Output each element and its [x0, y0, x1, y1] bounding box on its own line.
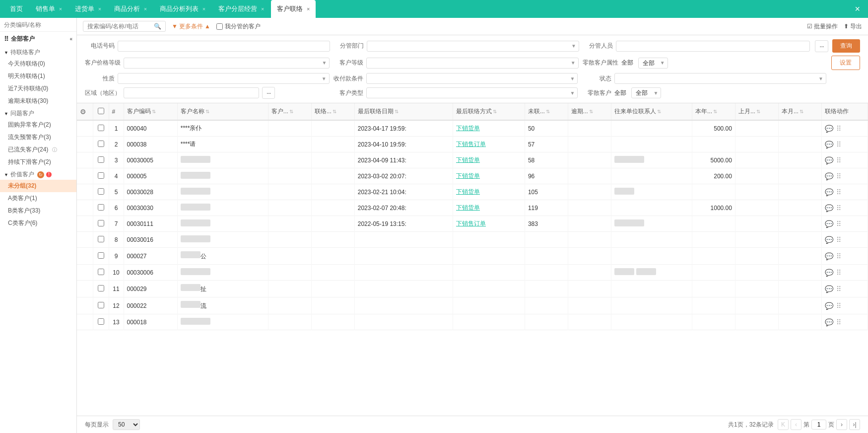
nav-product-analysis[interactable]: 商品分析 × [108, 0, 153, 18]
sidebar-item-lost[interactable]: 已流失客户(24) ⓘ [0, 144, 76, 156]
chat-action-icon[interactable]: 💬 [825, 141, 833, 148]
last-method-link[interactable]: 下销货单 [456, 125, 480, 132]
value-group-header[interactable]: ▼ 价值客户 ↻ ! [0, 168, 76, 180]
chat-action-icon[interactable]: 💬 [825, 302, 833, 310]
chat-action-icon[interactable]: 💬 [825, 172, 833, 180]
nav-sales[interactable]: 销售单 × [30, 0, 68, 18]
more-action-icon[interactable]: ⠿ [836, 302, 841, 310]
row-checkbox[interactable] [98, 125, 104, 131]
more-action-icon[interactable]: ⠿ [836, 236, 841, 244]
row-checkbox[interactable] [98, 285, 104, 291]
row-checkbox[interactable] [98, 318, 104, 325]
row-checkbox[interactable] [98, 172, 104, 179]
first-page-btn[interactable]: K [778, 419, 789, 430]
window-close-btn[interactable]: × [851, 4, 864, 14]
chat-action-icon[interactable]: 💬 [825, 204, 833, 212]
last-method-link[interactable]: 下销货单 [456, 204, 480, 211]
table-gear-icon[interactable]: ⚙ [80, 108, 86, 116]
last-method-link[interactable]: 下销售订单 [456, 141, 486, 147]
sidebar-item-class-a[interactable]: A类客户(1) [0, 192, 76, 205]
filter-dept-select[interactable] [367, 41, 579, 52]
this-month-sort-icon[interactable]: ⇅ [800, 109, 803, 114]
sidebar-item-today[interactable]: 今天待联络(0) [0, 58, 76, 70]
uncontact-sort-icon[interactable]: ⇅ [546, 109, 550, 114]
batch-op-btn[interactable]: ☑ 批量操作 [807, 22, 838, 31]
chat-action-icon[interactable]: 💬 [825, 252, 833, 260]
more-action-icon[interactable]: ⠿ [836, 269, 841, 277]
last-month-sort-icon[interactable]: ⇅ [756, 109, 760, 114]
more-action-icon[interactable]: ⠿ [836, 318, 841, 326]
region-dots-btn[interactable]: ··· [262, 87, 275, 99]
chat-action-icon[interactable]: 💬 [825, 220, 833, 228]
more-action-icon[interactable]: ⠿ [836, 141, 841, 148]
filter-manager-input[interactable] [616, 41, 810, 52]
prev-page-btn[interactable]: ‹ [791, 419, 801, 430]
nav-customer-segment[interactable]: 客户分层经营 × [212, 0, 270, 18]
more-action-icon[interactable]: ⠿ [836, 156, 841, 164]
last-date-sort-icon[interactable]: ⇅ [395, 109, 399, 114]
my-customers-checkbox[interactable] [216, 23, 223, 30]
chat-action-icon[interactable]: 💬 [825, 318, 833, 326]
last-method-link[interactable]: 下销货单 [456, 156, 480, 163]
chat-action-icon[interactable]: 💬 [825, 125, 833, 133]
sidebar-search-input[interactable] [4, 21, 77, 28]
filter-retail-attr-select[interactable]: 全部 [638, 58, 668, 69]
sidebar-item-class-c[interactable]: C类客户(6) [0, 217, 76, 229]
row-checkbox[interactable] [98, 220, 104, 226]
row-checkbox[interactable] [98, 236, 104, 242]
nav-customer-contact[interactable]: 客户联络 × [271, 0, 316, 18]
per-page-select[interactable]: 50 100 200 [113, 419, 140, 430]
filter-level-select[interactable] [366, 58, 578, 69]
nav-product-analysis-list[interactable]: 商品分析列表 × [154, 0, 211, 18]
sidebar-item-7days[interactable]: 近7天待联络(0) [0, 82, 76, 95]
overdue-sort-icon[interactable]: ⇅ [589, 109, 593, 114]
main-search-input[interactable] [87, 23, 152, 30]
nav-home[interactable]: 首页 [4, 0, 29, 18]
code-sort-icon[interactable]: ⇅ [152, 109, 156, 114]
filter-nature-select[interactable] [118, 73, 330, 84]
chat-action-icon[interactable]: 💬 [825, 156, 833, 164]
partner-sort-icon[interactable]: ⇅ [657, 109, 661, 114]
more-action-icon[interactable]: ⠿ [836, 204, 841, 212]
all-customers-header[interactable]: ⠿ 全部客户 « [0, 32, 76, 46]
filter-status-select[interactable] [614, 73, 826, 84]
sidebar-item-tomorrow[interactable]: 明天待联络(1) [0, 70, 76, 82]
close-customer-contact[interactable]: × [307, 6, 310, 12]
sidebar-item-decreasing[interactable]: 持续下滑客户(2) [0, 156, 76, 168]
select-all-checkbox[interactable] [98, 108, 104, 114]
close-product-analysis-list[interactable]: × [202, 6, 205, 12]
my-customers-check[interactable]: 我分管的客户 [216, 22, 261, 31]
name-sort-icon[interactable]: ⇅ [205, 109, 209, 114]
more-action-icon[interactable]: ⠿ [836, 125, 841, 133]
contact-sort-icon[interactable]: ⇅ [333, 109, 336, 114]
page-input[interactable] [811, 420, 826, 430]
filter-type-select[interactable] [366, 87, 578, 98]
export-btn[interactable]: ⬆ 导出 [844, 22, 862, 31]
last-page-btn[interactable]: ›| [849, 419, 860, 430]
filter-phone-input[interactable] [118, 41, 330, 52]
more-action-icon[interactable]: ⠿ [836, 172, 841, 180]
query-btn[interactable]: 查询 [832, 39, 860, 53]
chat-action-icon[interactable]: 💬 [825, 236, 833, 244]
sidebar-item-churn-warning[interactable]: 流失预警客户(3) [0, 131, 76, 144]
next-page-btn[interactable]: › [836, 419, 847, 430]
last-method-link[interactable]: 下销货单 [456, 172, 480, 179]
sidebar-item-overdue[interactable]: 逾期未联络(30) [0, 95, 76, 107]
close-product-analysis[interactable]: × [144, 6, 147, 12]
row-checkbox[interactable] [98, 188, 104, 195]
close-sales[interactable]: × [59, 6, 62, 12]
row-checkbox[interactable] [98, 302, 104, 308]
type-sort-icon[interactable]: ⇅ [289, 109, 293, 114]
last-method-sort-icon[interactable]: ⇅ [493, 109, 497, 114]
sidebar-item-abnormal[interactable]: 固购异常客户(2) [0, 119, 76, 131]
row-checkbox[interactable] [98, 204, 104, 211]
filter-price-level-select[interactable] [124, 58, 330, 69]
row-checkbox[interactable] [98, 141, 104, 147]
nav-purchase[interactable]: 进货单 × [69, 0, 107, 18]
more-action-icon[interactable]: ⠿ [836, 188, 841, 196]
problem-group-header[interactable]: ▼ 问题客户 [0, 107, 76, 119]
row-checkbox[interactable] [98, 269, 104, 275]
more-action-icon[interactable]: ⠿ [836, 252, 841, 260]
manager-dots-btn[interactable]: ··· [815, 40, 828, 52]
more-action-icon[interactable]: ⠿ [836, 285, 841, 293]
